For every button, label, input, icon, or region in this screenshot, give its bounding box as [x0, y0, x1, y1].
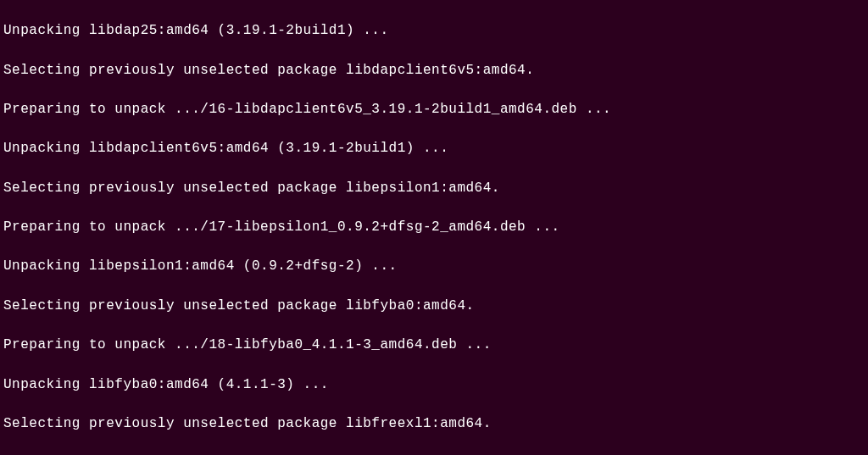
terminal-line: Preparing to unpack .../18-libfyba0_4.1.… — [3, 336, 865, 355]
terminal-line: Selecting previously unselected package … — [3, 297, 865, 316]
terminal-line: Selecting previously unselected package … — [3, 179, 865, 198]
terminal-output: Unpacking libdap25:amd64 (3.19.1-2build1… — [0, 0, 868, 455]
terminal-line: Unpacking libdapclient6v5:amd64 (3.19.1-… — [3, 139, 865, 158]
terminal-line: Unpacking libepsilon1:amd64 (0.9.2+dfsg-… — [3, 257, 865, 276]
terminal-line: Unpacking libfyba0:amd64 (4.1.1-3) ... — [3, 375, 865, 395]
terminal-line: Preparing to unpack .../17-libepsilon1_0… — [3, 218, 865, 237]
terminal-line: Preparing to unpack .../16-libdapclient6… — [3, 100, 865, 119]
terminal-line: Unpacking libdap25:amd64 (3.19.1-2build1… — [3, 21, 865, 41]
terminal-line: Selecting previously unselected package … — [3, 61, 865, 80]
terminal-line: Selecting previously unselected package … — [3, 414, 865, 434]
